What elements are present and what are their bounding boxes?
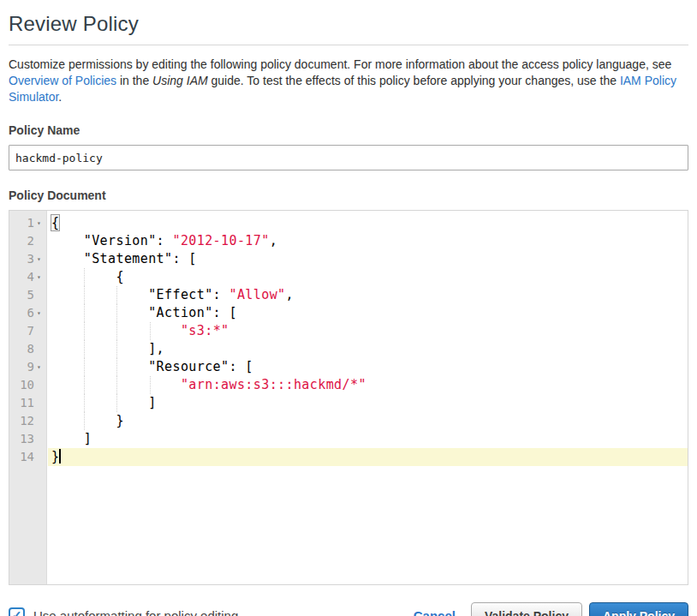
line-number: 4	[27, 268, 34, 286]
fold-arrow-icon[interactable]: ▾	[34, 358, 44, 376]
code-line[interactable]: }	[48, 412, 688, 430]
indent-guide	[116, 376, 117, 394]
gutter-line: 2	[9, 232, 46, 250]
json-code-text: ],	[51, 341, 164, 356]
code-line[interactable]: ]	[48, 394, 688, 412]
indent-guide	[116, 394, 117, 412]
json-code-text: "Action": [	[51, 305, 237, 320]
code-line[interactable]: "Version": "2012-10-17",	[48, 232, 688, 250]
json-code-text: ,	[286, 287, 294, 302]
gutter-line: 4▾	[9, 268, 46, 286]
line-number: 12	[20, 412, 34, 430]
gutter-line: 7	[9, 322, 46, 340]
autoformat-checkbox[interactable]: ✓	[9, 607, 25, 616]
editor-gutter: 1▾23▾4▾56▾789▾1011121314	[9, 211, 47, 584]
line-number: 13	[20, 430, 34, 448]
indent-guide	[84, 286, 85, 304]
json-code-text: "Resource": [	[51, 359, 253, 374]
fold-arrow-icon[interactable]: ▾	[34, 268, 44, 286]
policy-document-editor[interactable]: 1▾23▾4▾56▾789▾1011121314 { "Version": "2…	[9, 210, 688, 585]
json-code-text: }	[51, 413, 124, 428]
intro-paragraph: Customize permissions by editing the fol…	[9, 57, 688, 105]
line-number: 9	[27, 358, 34, 376]
policy-name-input[interactable]	[9, 145, 688, 170]
autoformat-option[interactable]: ✓ Use autoformatting for policy editing	[9, 607, 414, 616]
json-code-text: "Version":	[51, 233, 172, 248]
code-line[interactable]: "arn:aws:s3:::hackmd/*"	[48, 376, 688, 394]
indent-guide	[84, 340, 85, 358]
cancel-button[interactable]: Cancel	[414, 608, 456, 616]
gutter-line: 12	[9, 412, 46, 430]
line-number: 3	[27, 250, 34, 268]
json-string-value: "2012-10-17"	[172, 233, 269, 248]
indent-guide	[84, 268, 85, 286]
json-code-text: "Effect":	[51, 287, 229, 302]
code-line[interactable]: "Action": [	[48, 304, 688, 322]
json-code-text: ]	[51, 431, 92, 446]
fold-arrow-icon[interactable]: ▾	[34, 214, 44, 232]
overview-of-policies-link[interactable]: Overview of Policies	[9, 74, 116, 87]
json-code-text: ]	[51, 395, 157, 410]
line-number: 10	[20, 376, 34, 394]
code-line[interactable]: {	[48, 268, 688, 286]
code-line[interactable]: ]	[48, 430, 688, 448]
code-line[interactable]: }	[48, 448, 688, 466]
page-title: Review Policy	[9, 12, 688, 36]
code-line[interactable]: ],	[48, 340, 688, 358]
intro-text-1: Customize permissions by editing the fol…	[9, 57, 671, 71]
indent-guide	[150, 322, 151, 340]
line-number: 5	[27, 286, 34, 304]
code-line[interactable]: "Effect": "Allow",	[48, 286, 688, 304]
line-number: 1	[27, 214, 34, 232]
validate-policy-button[interactable]: Validate Policy	[471, 602, 582, 616]
code-line[interactable]: "Statement": [	[48, 250, 688, 268]
footer-actions: ✓ Use autoformatting for policy editing …	[9, 602, 688, 616]
indent-guide	[116, 304, 117, 322]
indent-guide	[116, 322, 117, 340]
editor-code-area[interactable]: { "Version": "2012-10-17", "Statement": …	[48, 211, 688, 584]
json-code-text: }	[51, 449, 59, 464]
indent-guide	[84, 394, 85, 412]
code-line[interactable]: "Resource": [	[48, 358, 688, 376]
json-string-value: "arn:aws:s3:::hackmd/*"	[181, 377, 366, 392]
code-line[interactable]: "s3:*"	[48, 322, 688, 340]
code-line[interactable]: {	[48, 214, 688, 232]
indent-guide	[116, 286, 117, 304]
policy-name-label: Policy Name	[9, 123, 688, 137]
intro-text-3: guide. To test the effects of this polic…	[208, 74, 620, 87]
line-number: 2	[27, 232, 34, 250]
indent-guide	[84, 358, 85, 376]
gutter-line: 5	[9, 286, 46, 304]
apply-policy-button[interactable]: Apply Policy	[589, 602, 688, 616]
gutter-line: 1▾	[9, 214, 46, 232]
json-code-text: {	[51, 269, 124, 284]
indent-guide	[116, 340, 117, 358]
gutter-line: 13	[9, 430, 46, 448]
line-number: 14	[20, 448, 34, 466]
line-number: 11	[20, 394, 34, 412]
gutter-line: 8	[9, 340, 46, 358]
indent-guide	[150, 376, 151, 394]
json-code-text: ,	[270, 233, 277, 248]
json-string-value: "s3:*"	[181, 323, 229, 338]
gutter-line: 9▾	[9, 358, 46, 376]
fold-arrow-icon[interactable]: ▾	[34, 250, 44, 268]
line-number: 7	[27, 322, 34, 340]
indent-guide	[84, 322, 85, 340]
gutter-line: 11	[9, 394, 46, 412]
fold-arrow-icon[interactable]: ▾	[34, 304, 44, 322]
review-policy-page: Review Policy Customize permissions by e…	[0, 0, 697, 616]
indent-guide	[84, 412, 85, 430]
gutter-line: 14	[9, 448, 46, 466]
indent-guide	[84, 304, 85, 322]
policy-document-label: Policy Document	[9, 188, 688, 202]
json-code-text: {	[51, 215, 59, 230]
indent-guide	[116, 358, 117, 376]
indent-guide	[84, 376, 85, 394]
intro-text-2: in the	[116, 74, 152, 87]
line-number: 8	[27, 340, 34, 358]
gutter-line: 10	[9, 376, 46, 394]
text-cursor	[59, 449, 61, 463]
autoformat-label: Use autoformatting for policy editing	[33, 608, 238, 616]
using-iam-guide-name: Using IAM	[152, 74, 208, 87]
